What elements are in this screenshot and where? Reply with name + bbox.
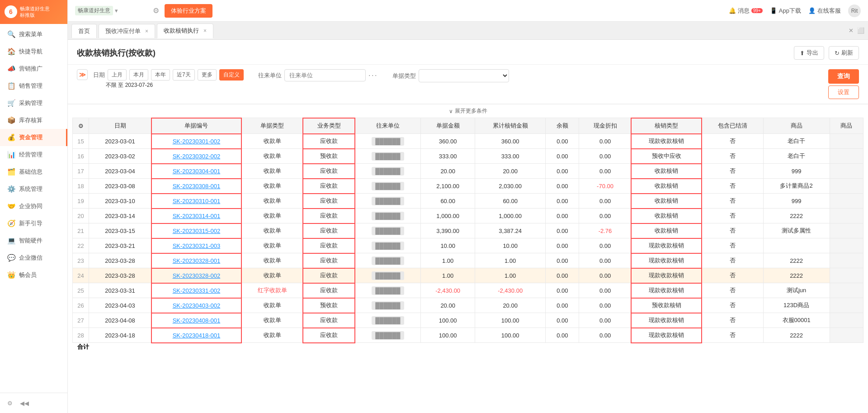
sidebar-logo: 6 畅康道好生意 标推版 (0, 0, 67, 24)
sidebar-item-quick[interactable]: 🏠 快捷导航 (0, 43, 67, 60)
sidebar-item-hardware[interactable]: 💻 智能硬件 (0, 232, 67, 249)
table-row: 20 2023-03-14 SK-20230314-001 收款单 应收款 ██… (73, 209, 863, 223)
bill-no-link[interactable]: SK-20230310-001 (173, 198, 221, 204)
collapse-icon[interactable]: ◀◀ (19, 398, 30, 408)
filter-expand-bar[interactable]: ∨ 展开更多条件 (68, 104, 868, 118)
col-settings[interactable]: ⚙ (73, 118, 89, 134)
bill-no-link[interactable]: SK-20230302-002 (173, 153, 221, 160)
window-close-icon[interactable]: ✕ (849, 27, 854, 34)
bill-no-link[interactable]: SK-20230314-001 (173, 213, 221, 219)
footer-product (763, 343, 830, 351)
marketing-icon: 📣 (7, 65, 15, 73)
inventory-icon: 📦 (7, 116, 15, 124)
footer-verified (475, 343, 546, 351)
sidebar-item-search[interactable]: 🔍 搜索菜单 (0, 26, 67, 43)
bill-no-link[interactable]: SK-20230328-001 (173, 257, 221, 264)
tab-home[interactable]: 首页 (71, 24, 97, 38)
table-container: ⚙ 日期 单据编号 单据类型 业务类型 往来单位 单据金额 累计核销金额 余额 … (68, 118, 868, 413)
filter-collapse-button[interactable]: ≫ (77, 69, 88, 80)
tab-receipts[interactable]: 收款核销执行 × (157, 24, 213, 38)
online-service-action[interactable]: 👤 在线客服 (808, 7, 841, 15)
system-icon: ⚙️ (7, 185, 15, 193)
query-button[interactable]: 查询 (828, 69, 859, 84)
sidebar-item-finance[interactable]: 💰 资金管理 (0, 129, 67, 146)
refresh-button[interactable]: ↻ 刷新 (829, 46, 859, 60)
sidebar-item-basic[interactable]: 🗂️ 基础信息 (0, 163, 67, 180)
wechat-icon: 💬 (7, 254, 15, 262)
member-icon: 👑 (7, 271, 15, 279)
sidebar-item-guide[interactable]: 🧭 新手引导 (0, 215, 67, 232)
col-unit: 往来单位 (355, 118, 421, 134)
table-row: 22 2023-03-21 SK-20230321-003 收款单 应收款 ██… (73, 238, 863, 253)
more-date-btn[interactable]: 更多 (198, 69, 217, 81)
sidebar-item-wechat[interactable]: 💬 企业微信 (0, 249, 67, 266)
topbar-gear-icon[interactable]: ⚙ (153, 6, 159, 15)
footer-included (702, 343, 763, 351)
app-download-action[interactable]: 📱 App下载 (770, 7, 801, 15)
table-row: 21 2023-03-15 SK-20230315-002 收款单 应收款 ██… (73, 223, 863, 238)
window-maximize-icon[interactable]: ⬜ (857, 27, 864, 34)
bill-no-link[interactable]: SK-20230331-002 (173, 287, 221, 294)
solution-button[interactable]: 体验行业方案 (165, 4, 212, 18)
col-verify-type: 核销类型 (631, 118, 702, 134)
last-month-btn[interactable]: 上月 (108, 69, 127, 81)
footer-product2 (830, 343, 863, 351)
sidebar-item-corp[interactable]: 🤝 企业协同 (0, 198, 67, 215)
hardware-icon: 💻 (7, 237, 15, 245)
settings-footer-icon[interactable]: ⚙ (5, 398, 15, 408)
col-verified: 累计核销金额 (475, 118, 546, 134)
sidebar-item-member[interactable]: 👑 畅会员 (0, 266, 67, 284)
bill-no-link[interactable]: SK-20230408-001 (173, 317, 221, 324)
tab-prepay[interactable]: 预收冲应付单 × (99, 24, 155, 38)
bill-no-link[interactable]: SK-20230403-002 (173, 302, 221, 309)
operations-icon: 📊 (7, 151, 15, 159)
tab2-close-icon[interactable]: × (203, 28, 207, 34)
topbar-dropdown-icon[interactable]: ▾ (115, 7, 118, 14)
export-icon: ⬆ (800, 50, 805, 57)
main-area: 畅康道好生意 ▾ ⚙ 体验行业方案 🔔 消息 99+ 📱 App下载 👤 在线客… (68, 0, 868, 413)
bill-no-link[interactable]: SK-20230301-002 (173, 138, 221, 145)
settings-button[interactable]: 设置 (828, 85, 859, 99)
sales-icon: 📋 (7, 82, 15, 90)
table-footer: 合计 (73, 343, 863, 351)
custom-date-btn[interactable]: 自定义 (219, 69, 244, 81)
table-footer-row: 合计 (73, 343, 863, 351)
export-button[interactable]: ⬆ 导出 (794, 46, 824, 60)
table-row: 28 2023-04-18 SK-20230418-001 收款单 应收款 ██… (73, 328, 863, 343)
this-month-btn[interactable]: 本月 (129, 69, 148, 81)
tab1-close-icon[interactable]: × (145, 28, 148, 34)
unit-input[interactable] (284, 69, 366, 81)
notification-action[interactable]: 🔔 消息 99+ (729, 7, 763, 15)
receipt-type-select[interactable] (419, 69, 509, 82)
user-avatar[interactable]: Rit (848, 5, 861, 17)
bill-no-link[interactable]: SK-20230418-001 (173, 332, 221, 339)
bill-no-link[interactable]: SK-20230321-003 (173, 242, 221, 249)
sidebar-item-system[interactable]: ⚙️ 系统管理 (0, 180, 67, 198)
search-icon: 🔍 (7, 30, 15, 38)
table-row: 15 2023-03-01 SK-20230301-002 收款单 应收款 ██… (73, 134, 863, 149)
this-year-btn[interactable]: 本年 (151, 69, 170, 81)
bill-no-link[interactable]: SK-20230315-002 (173, 228, 221, 234)
logo-text: 畅康道好生意 标推版 (20, 5, 50, 19)
sidebar-item-marketing[interactable]: 📣 营销推广 (0, 60, 67, 77)
last-7days-btn[interactable]: 近7天 (173, 69, 195, 81)
sidebar-item-sales[interactable]: 📋 销售管理 (0, 77, 67, 95)
sidebar-item-operations[interactable]: 📊 经营管理 (0, 146, 67, 163)
tabs-window-actions: ✕ ⬜ (849, 27, 864, 34)
bill-no-link[interactable]: SK-20230308-001 (173, 183, 221, 190)
bill-no-link[interactable]: SK-20230328-002 (173, 272, 221, 279)
unit-label: 往来单位 (258, 71, 282, 80)
topbar-brand: 畅康道好生意 ▾ (75, 6, 147, 15)
bill-no-link[interactable]: SK-20230304-001 (173, 168, 221, 175)
data-table: ⚙ 日期 单据编号 单据类型 业务类型 往来单位 单据金额 累计核销金额 余额 … (72, 118, 863, 351)
table-row: 18 2023-03-08 SK-20230308-001 收款单 应收款 ██… (73, 179, 863, 194)
sidebar-item-inventory[interactable]: 📦 库存核算 (0, 112, 67, 129)
finance-icon: 💰 (7, 133, 15, 142)
col-discount: 现金折扣 (579, 118, 631, 134)
page-content: 收款核销执行(按收款) ⬆ 导出 ↻ 刷新 ≫ 日期 上月 (68, 40, 868, 413)
sidebar-item-purchase[interactable]: 🛒 采购管理 (0, 95, 67, 112)
footer-amount (421, 343, 475, 351)
table-row: 26 2023-04-03 SK-20230403-002 收款单 预收款 ██… (73, 298, 863, 313)
mobile-icon: 📱 (770, 7, 777, 14)
col-amount: 单据金额 (421, 118, 475, 134)
